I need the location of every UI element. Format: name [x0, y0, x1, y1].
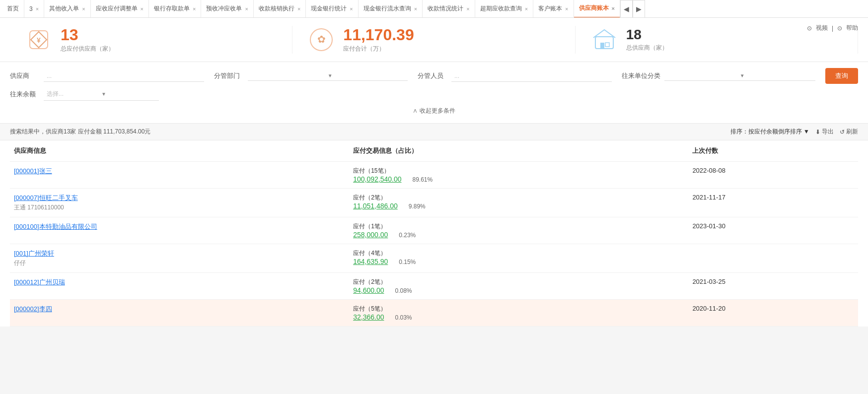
nav-tab-cash-bank-stat[interactable]: 现金银行统计 ×: [306, 0, 358, 18]
payable-suppliers-count: 13: [61, 27, 114, 43]
supplier-link[interactable]: [001]广州荣轩: [14, 250, 54, 257]
payable-percent: 0.15%: [399, 259, 416, 265]
nav-tab-other-income[interactable]: 其他收入单 ×: [44, 0, 90, 18]
person-filter-input[interactable]: [451, 70, 612, 82]
supplier-info-cell: [000002]李四: [10, 300, 349, 327]
nav-tab-3[interactable]: 3 ×: [24, 0, 44, 18]
nav-tab-supplier-book[interactable]: 供应商账本 ×: [574, 0, 620, 18]
rice-icon: ✿: [307, 26, 335, 54]
nav-tab-advance-label: 预收冲应收单: [206, 4, 242, 13]
result-bar: 搜索结果中，供应商13家 应付金额 111,703,854.00元 排序：按应付…: [0, 124, 868, 140]
video-icon: ⊙: [807, 25, 812, 32]
supplier-info-cell: [000001]张三: [10, 162, 349, 189]
table-row: [000012]广州贝瑞应付（2笔）94,600.000.08%2021-03-…: [10, 273, 858, 300]
nav-tab-verify-label: 收款核销执行: [259, 4, 294, 13]
payable-info-cell: 应付（4笔）164,635.900.15%: [349, 244, 688, 273]
export-button[interactable]: ⬇ 导出: [815, 128, 834, 136]
nav-tab-bank-close[interactable]: ×: [193, 6, 196, 12]
nav-tab-adjustment[interactable]: 应收应付调整单 ×: [91, 0, 149, 18]
svg-rect-6: [600, 43, 604, 49]
nav-tab-overdue[interactable]: 超期应收款查询 ×: [475, 0, 533, 18]
last-pay-cell: 2021-03-25: [688, 273, 858, 300]
payable-amount[interactable]: 32,366.00: [353, 313, 384, 321]
nav-tab-supplier-book-close[interactable]: ×: [612, 5, 615, 11]
payable-percent: 0.23%: [399, 232, 416, 239]
nav-tab-cash-bank-flow[interactable]: 现金银行流水查询 ×: [359, 0, 423, 18]
payable-percent: 9.89%: [409, 203, 426, 210]
category-filter-select[interactable]: ▼: [664, 71, 816, 81]
payable-amount[interactable]: 258,000.00: [353, 231, 388, 239]
supplier-table: 供应商信息 应付交易信息（占比） 上次付数 [000001]张三应付（15笔）1…: [10, 140, 858, 327]
summary-bar: ¥ 13 总应付供应商（家） ✿ 11,170.39 应付合计（万）: [0, 18, 868, 62]
summary-info-payable-total: 11,170.39 应付合计（万）: [343, 27, 414, 53]
payable-amount[interactable]: 11,051,486.00: [353, 202, 398, 210]
payable-percent: 89.61%: [413, 176, 433, 183]
last-pay-date: 2023-01-30: [692, 222, 725, 230]
dept-dropdown-arrow: ▼: [328, 73, 405, 78]
payable-percent: 0.03%: [395, 314, 412, 321]
query-button[interactable]: 查询: [825, 68, 858, 84]
filter-item-category: 往来单位分类 ▼: [622, 71, 816, 81]
balance-filter-select[interactable]: 选择... ▼: [44, 88, 159, 101]
payable-count-label: 应付（5笔）: [353, 305, 684, 313]
last-pay-date: 2021-03-25: [692, 278, 725, 285]
last-pay-cell: 2021-11-17: [688, 189, 858, 217]
nav-arrow-right[interactable]: ▶: [633, 0, 645, 18]
nav-tab-cash-bank-flow-close[interactable]: ×: [414, 6, 417, 12]
nav-tab-collection-stat[interactable]: 收款情况统计 ×: [423, 0, 475, 18]
nav-tab-other-income-close[interactable]: ×: [82, 6, 85, 12]
last-pay-cell: [688, 244, 858, 273]
refresh-button[interactable]: ↺ 刷新: [840, 128, 858, 136]
payable-total-label: 应付合计（万）: [343, 45, 414, 53]
table-wrapper: 供应商信息 应付交易信息（占比） 上次付数 [000001]张三应付（15笔）1…: [10, 140, 858, 327]
payable-count-label: 应付（4笔）: [353, 249, 684, 258]
supplier-filter-input[interactable]: [44, 70, 204, 82]
filter-item-balance: 往来余额 选择... ▼: [10, 88, 159, 101]
help-link[interactable]: 帮助: [846, 24, 858, 32]
dept-filter-label: 分管部门: [214, 71, 244, 80]
supplier-link[interactable]: [000007]恒旺二手叉车: [14, 194, 78, 201]
nav-tab-customer-book[interactable]: 客户账本 ×: [533, 0, 574, 18]
nav-tab-bank[interactable]: 银行存取款单 ×: [149, 0, 201, 18]
collapse-button[interactable]: ∧ 收起更多条件: [10, 105, 858, 117]
nav-tab-customer-book-close[interactable]: ×: [565, 6, 568, 12]
video-link[interactable]: 视频: [816, 24, 828, 32]
nav-tab-adjustment-close[interactable]: ×: [141, 6, 144, 12]
total-suppliers-count: 18: [626, 28, 668, 42]
table-header: 供应商信息 应付交易信息（占比） 上次付数: [10, 140, 858, 162]
supplier-link[interactable]: [000100]本特勤油品有限公司: [14, 223, 97, 230]
table-row: [000002]李四应付（5笔）32,366.000.03%2020-11-20: [10, 300, 858, 327]
payable-amount[interactable]: 164,635.90: [353, 258, 388, 265]
nav-tab-3-label: 3: [29, 5, 33, 12]
payable-count-label: 应付（2笔）: [353, 194, 684, 202]
payable-amount[interactable]: 100,092,540.00: [353, 175, 401, 183]
nav-tab-verify[interactable]: 收款核销执行 ×: [254, 0, 306, 18]
nav-tab-collection-stat-close[interactable]: ×: [466, 6, 469, 12]
supplier-link[interactable]: [000012]广州贝瑞: [14, 278, 65, 286]
summary-card-payable-total: ✿ 11,170.39 应付合计（万）: [292, 26, 575, 54]
table-row: [000007]恒旺二手叉车王通 17106110000应付（2笔）11,051…: [10, 189, 858, 217]
nav-tab-home-label: 首页: [7, 4, 19, 13]
nav-arrow-left[interactable]: ◀: [620, 0, 633, 18]
nav-tab-overdue-close[interactable]: ×: [525, 6, 528, 12]
sort-label-text: 排序：按应付余额倒序排序: [730, 128, 802, 135]
nav-tab-verify-close[interactable]: ×: [297, 6, 300, 12]
supplier-info-cell: [000007]恒旺二手叉车王通 17106110000: [10, 189, 349, 217]
nav-tab-home[interactable]: 首页: [2, 0, 24, 18]
category-dropdown-arrow: ▼: [740, 73, 812, 78]
nav-tab-advance[interactable]: 预收冲应收单 ×: [201, 0, 253, 18]
supplier-link[interactable]: [000001]张三: [14, 167, 52, 175]
nav-tab-3-close[interactable]: ×: [36, 6, 39, 12]
top-nav: 首页 3 × 其他收入单 × 应收应付调整单 × 银行存取款单 × 预收冲应收单…: [0, 0, 868, 18]
payable-info-cell: 应付（1笔）258,000.000.23%: [349, 217, 688, 244]
filter-item-supplier: 供应商: [10, 70, 204, 82]
table-row: [000100]本特勤油品有限公司应付（1笔）258,000.000.23%20…: [10, 217, 858, 244]
result-summary-text: 搜索结果中，供应商13家 应付金额 111,703,854.00元: [10, 128, 150, 136]
payable-amount[interactable]: 94,600.00: [353, 286, 384, 294]
total-suppliers-label: 总供应商（家）: [626, 44, 668, 52]
supplier-link[interactable]: [000002]李四: [14, 305, 52, 313]
nav-tab-advance-close[interactable]: ×: [245, 6, 248, 12]
sort-label[interactable]: 排序：按应付余额倒序排序 ▼: [730, 128, 809, 136]
dept-filter-select[interactable]: ▼: [248, 71, 408, 81]
nav-tab-cash-bank-stat-close[interactable]: ×: [350, 6, 353, 12]
